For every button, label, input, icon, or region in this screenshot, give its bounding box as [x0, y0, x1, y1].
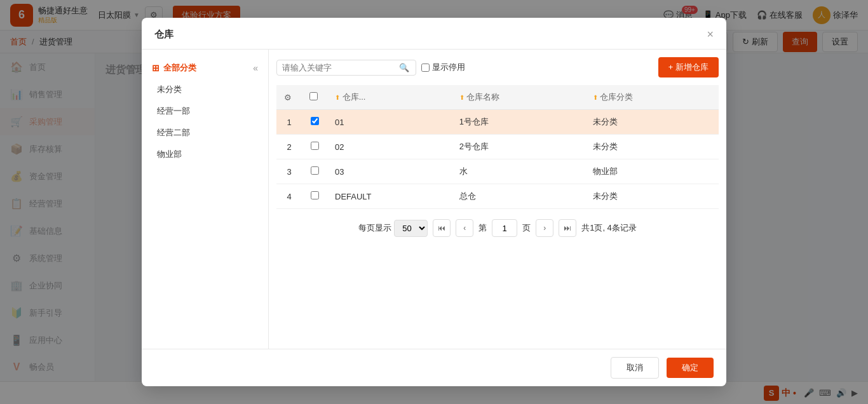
- row-category: 未分类: [585, 110, 719, 135]
- select-all-checkbox[interactable]: [309, 92, 318, 100]
- row-code: DEFAULT: [327, 184, 452, 209]
- show-disabled-checkbox[interactable]: [421, 64, 430, 72]
- last-page-button[interactable]: ⏭: [559, 219, 576, 237]
- per-page-select: 每页显示 50: [358, 220, 428, 237]
- row-code: 02: [327, 135, 452, 159]
- grid-icon: ⊞: [152, 63, 159, 73]
- table-row[interactable]: 4 DEFAULT 总仓 未分类: [276, 184, 719, 209]
- cancel-button[interactable]: 取消: [611, 357, 659, 379]
- row-no: 1: [276, 110, 302, 135]
- row-name: 总仓: [452, 184, 585, 209]
- next-page-button[interactable]: ›: [536, 219, 553, 237]
- row-name: 1号仓库: [452, 110, 585, 135]
- row-category: 未分类: [585, 184, 719, 209]
- table-head: ⚙ ⬆ 仓库... ⬆ 仓库名称: [276, 85, 719, 110]
- category-item-ops1[interactable]: 经营一部: [142, 100, 268, 122]
- page-label-pre: 第: [478, 222, 487, 234]
- row-no: 4: [276, 184, 302, 209]
- dialog-header: 仓库 ×: [142, 18, 726, 50]
- page-label: 页: [522, 222, 531, 234]
- col-name-header: ⬆ 仓库名称: [452, 85, 585, 110]
- dialog-body: ⊞ 全部分类 « 未分类 经营一部 经营二部 物业部: [142, 50, 726, 349]
- show-disabled-label[interactable]: 显示停用: [421, 62, 465, 73]
- warehouse-dialog: 仓库 × ⊞ 全部分类 « 未分类 经营一部 经营二部 物业部: [142, 18, 726, 386]
- pagination: 每页显示 50 ⏮ ‹ 第 页 › ⏭ 共1页, 4条记录: [276, 209, 719, 242]
- table-row[interactable]: 2 02 2号仓库 未分类: [276, 135, 719, 159]
- search-icon[interactable]: 🔍: [399, 63, 409, 72]
- row-category: 物业部: [585, 159, 719, 184]
- category-item-uncat[interactable]: 未分类: [142, 79, 268, 100]
- table-toolbar: 🔍 显示停用 + 新增仓库: [276, 57, 719, 77]
- category-item-property[interactable]: 物业部: [142, 144, 268, 165]
- row-checkbox-cell: [302, 110, 327, 135]
- sort-icon: ⬆: [593, 94, 598, 101]
- all-categories-header[interactable]: ⊞ 全部分类 «: [142, 57, 268, 79]
- row-checkbox[interactable]: [311, 142, 319, 150]
- search-input[interactable]: [282, 63, 397, 72]
- row-checkbox[interactable]: [311, 166, 319, 175]
- table-panel: 🔍 显示停用 + 新增仓库 ⚙: [269, 50, 726, 349]
- category-item-ops2[interactable]: 经营二部: [142, 122, 268, 144]
- row-checkbox-cell: [302, 135, 327, 159]
- col-category-header: ⬆ 仓库分类: [585, 85, 719, 110]
- collapse-button[interactable]: «: [253, 63, 258, 73]
- sort-icon: ⬆: [335, 94, 340, 101]
- row-no: 2: [276, 135, 302, 159]
- warehouse-table: ⚙ ⬆ 仓库... ⬆ 仓库名称: [276, 85, 719, 209]
- search-box: 🔍: [276, 60, 416, 76]
- row-name: 2号仓库: [452, 135, 585, 159]
- per-page-dropdown[interactable]: 50: [394, 220, 428, 237]
- table-row[interactable]: 1 01 1号仓库 未分类: [276, 110, 719, 135]
- table-row[interactable]: 3 03 水 物业部: [276, 159, 719, 184]
- confirm-button[interactable]: 确定: [667, 358, 714, 378]
- category-panel: ⊞ 全部分类 « 未分类 经营一部 经营二部 物业部: [142, 50, 269, 349]
- sort-icon: ⬆: [459, 94, 465, 101]
- row-category: 未分类: [585, 135, 719, 159]
- total-info: 共1页, 4条记录: [581, 222, 637, 234]
- row-checkbox-cell: [302, 159, 327, 184]
- col-gear: ⚙: [276, 85, 302, 110]
- col-code-header: ⬆ 仓库...: [327, 85, 452, 110]
- row-checkbox-cell: [302, 184, 327, 209]
- gear-col-icon[interactable]: ⚙: [284, 93, 292, 102]
- row-code: 01: [327, 110, 452, 135]
- col-checkbox-all: [302, 85, 327, 110]
- row-code: 03: [327, 159, 452, 184]
- dialog-title: 仓库: [154, 29, 173, 41]
- row-no: 3: [276, 159, 302, 184]
- page-number-input[interactable]: [492, 219, 517, 237]
- first-page-button[interactable]: ⏮: [433, 219, 451, 237]
- row-checkbox[interactable]: [311, 191, 319, 199]
- prev-page-button[interactable]: ‹: [456, 219, 473, 237]
- close-button[interactable]: ×: [707, 28, 714, 41]
- add-warehouse-button[interactable]: + 新增仓库: [658, 57, 719, 77]
- row-name: 水: [452, 159, 585, 184]
- row-checkbox[interactable]: [311, 117, 319, 125]
- dialog-footer: 取消 确定: [142, 349, 726, 386]
- table-body: 1 01 1号仓库 未分类 2 02 2号仓库: [276, 110, 719, 209]
